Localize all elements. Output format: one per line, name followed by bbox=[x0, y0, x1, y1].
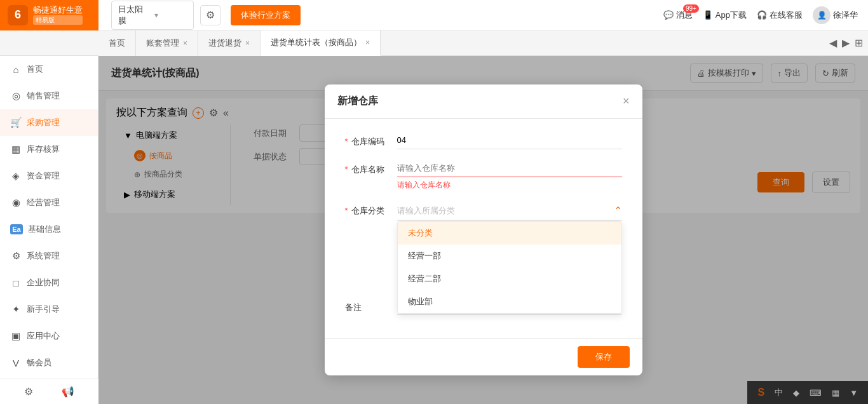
name-input[interactable] bbox=[397, 159, 622, 177]
home-icon: ⌂ bbox=[10, 64, 22, 75]
tab-purchase-stats[interactable]: 进货单统计表（按商品） × bbox=[261, 30, 381, 56]
basic-icon: Ea bbox=[10, 224, 23, 234]
sidebar-settings-icon[interactable]: ⚙ bbox=[24, 386, 33, 398]
sidebar-item-system[interactable]: ⚙ 系统管理 bbox=[0, 243, 98, 269]
sidebar-item-member[interactable]: V 畅会员 bbox=[0, 349, 98, 376]
sidebar-item-purchase[interactable]: 🛒 采购管理 bbox=[0, 109, 98, 136]
category-up-arrow: ⌃ bbox=[614, 205, 622, 217]
tab-purchase-stats-close[interactable]: × bbox=[365, 38, 370, 47]
enterprise-icon: □ bbox=[10, 277, 22, 288]
dropdown-item-unclassified[interactable]: 未分类 bbox=[398, 222, 621, 245]
store-selector[interactable]: 日太阳膜 ▾ bbox=[111, 1, 194, 30]
sidebar-item-apps-label: 应用中心 bbox=[27, 330, 60, 342]
sidebar-item-inventory-label: 库存核算 bbox=[27, 144, 60, 155]
online-service-btn[interactable]: 🎧 在线客服 bbox=[757, 10, 803, 21]
member-icon: V bbox=[10, 357, 22, 368]
tab-accounts-close[interactable]: × bbox=[183, 39, 187, 48]
logo-area: 6 畅捷通好生意 精易版 bbox=[0, 0, 98, 30]
dialog-header: 新增仓库 × bbox=[325, 84, 642, 119]
sales-icon: ◎ bbox=[10, 90, 22, 102]
tab-expand-icon[interactable]: ⊞ bbox=[855, 37, 863, 49]
finance-icon: ◈ bbox=[10, 170, 22, 182]
code-field bbox=[397, 131, 622, 149]
user-profile-btn[interactable]: 👤 徐泽华 bbox=[813, 6, 858, 24]
sidebar-speaker-icon[interactable]: 📢 bbox=[62, 386, 74, 398]
sidebar-bottom-bar: ⚙ 📢 bbox=[0, 379, 98, 404]
top-header: 6 畅捷通好生意 精易版 日太阳膜 ▾ ⚙ 体验行业方案 💬 消息 99+ 📱 … bbox=[0, 0, 868, 30]
dropdown-item-ops1[interactable]: 经营一部 bbox=[398, 245, 621, 267]
tab-prev-icon[interactable]: ◀ bbox=[829, 37, 837, 49]
category-selector[interactable]: 请输入所属分类 ⌃ bbox=[397, 201, 622, 221]
operations-icon: ◉ bbox=[10, 197, 22, 208]
dialog-overlay: 新增仓库 × * 仓库编码 bbox=[98, 56, 868, 404]
category-field: 请输入所属分类 ⌃ 未分类 经营一部 bbox=[397, 201, 622, 221]
purchase-icon: 🛒 bbox=[10, 117, 22, 128]
store-name: 日太阳膜 bbox=[118, 4, 151, 27]
tab-next-icon[interactable]: ▶ bbox=[842, 37, 850, 49]
category-dropdown: 未分类 经营一部 经营二部 物业部 bbox=[397, 221, 622, 314]
sidebar-item-sales-label: 销售管理 bbox=[27, 90, 60, 102]
sidebar-item-guide[interactable]: ✦ 新手引导 bbox=[0, 296, 98, 323]
required-star-name: * bbox=[345, 165, 348, 174]
username: 徐泽华 bbox=[833, 10, 858, 21]
app-label: App下载 bbox=[715, 10, 747, 21]
app-icon: 📱 bbox=[703, 10, 713, 20]
sidebar-item-purchase-label: 采购管理 bbox=[27, 117, 60, 128]
sidebar-item-home-label: 首页 bbox=[27, 64, 43, 75]
sidebar-item-finance[interactable]: ◈ 资金管理 bbox=[0, 163, 98, 189]
dialog-footer: 保存 bbox=[325, 338, 642, 375]
gear-button[interactable]: ⚙ bbox=[200, 5, 220, 25]
sidebar: ⌂ 首页 ◎ 销售管理 🛒 采购管理 ▦ 库存核算 ◈ 资金管理 ◉ 经营管理 … bbox=[0, 56, 98, 404]
sidebar-item-enterprise[interactable]: □ 企业协同 bbox=[0, 269, 98, 296]
content-area: 进货单统计(按商品) 🖨 按模板打印 ▾ ↑ 导出 ↻ 刷新 bbox=[98, 56, 868, 404]
tab-home[interactable]: 首页 bbox=[98, 30, 136, 56]
name-field: 请输入仓库名称 bbox=[397, 159, 622, 191]
sidebar-item-system-label: 系统管理 bbox=[27, 250, 60, 262]
tab-purchase-return[interactable]: 进货退货 × bbox=[198, 30, 261, 56]
logo-icon: 6 bbox=[8, 5, 28, 25]
message-icon: 💬 bbox=[663, 10, 674, 20]
dialog-title: 新增仓库 bbox=[337, 95, 378, 108]
sidebar-item-operations[interactable]: ◉ 经营管理 bbox=[0, 189, 98, 216]
main-layout: ⌂ 首页 ◎ 销售管理 🛒 采购管理 ▦ 库存核算 ◈ 资金管理 ◉ 经营管理 … bbox=[0, 56, 868, 404]
tab-purchase-return-label: 进货退货 bbox=[208, 37, 241, 49]
tab-purchase-return-close[interactable]: × bbox=[245, 39, 250, 48]
dialog-body: * 仓库编码 * 仓库名称 bbox=[325, 119, 642, 338]
new-warehouse-dialog: 新增仓库 × * 仓库编码 bbox=[325, 84, 642, 375]
sidebar-item-apps[interactable]: ▣ 应用中心 bbox=[0, 323, 98, 349]
inventory-icon: ▦ bbox=[10, 144, 22, 155]
name-label: * 仓库名称 bbox=[345, 159, 390, 175]
dialog-close-button[interactable]: × bbox=[623, 95, 630, 108]
sidebar-item-home[interactable]: ⌂ 首页 bbox=[0, 56, 98, 83]
trial-button[interactable]: 体验行业方案 bbox=[231, 5, 301, 25]
tab-accounts[interactable]: 账套管理 × bbox=[136, 30, 198, 56]
code-label: * 仓库编码 bbox=[345, 131, 390, 147]
code-input[interactable] bbox=[397, 131, 622, 149]
sidebar-item-basic-label: 基础信息 bbox=[28, 224, 61, 235]
headset-icon: 🎧 bbox=[757, 10, 767, 20]
sidebar-item-operations-label: 经营管理 bbox=[27, 197, 60, 208]
message-badge: 99+ bbox=[683, 4, 699, 13]
logo-badge: 精易版 bbox=[33, 15, 83, 25]
sidebar-item-guide-label: 新手引导 bbox=[27, 304, 60, 315]
dropdown-item-property[interactable]: 物业部 bbox=[398, 290, 621, 313]
app-download-btn[interactable]: 📱 App下载 bbox=[703, 10, 747, 21]
sidebar-item-inventory[interactable]: ▦ 库存核算 bbox=[0, 136, 98, 163]
apps-icon: ▣ bbox=[10, 330, 22, 342]
form-row-code: * 仓库编码 bbox=[345, 131, 622, 149]
sidebar-item-finance-label: 资金管理 bbox=[27, 170, 60, 182]
name-error-message: 请输入仓库名称 bbox=[397, 180, 622, 191]
messages-btn[interactable]: 💬 消息 99+ bbox=[663, 10, 693, 21]
sidebar-item-member-label: 畅会员 bbox=[27, 357, 51, 368]
form-row-category: * 仓库分类 请输入所属分类 ⌃ 未分类 bbox=[345, 201, 622, 221]
tab-bar: 首页 账套管理 × 进货退货 × 进货单统计表（按商品） × ◀ ▶ ⊞ bbox=[0, 30, 868, 56]
save-button[interactable]: 保存 bbox=[578, 346, 630, 368]
sidebar-item-basic[interactable]: Ea 基础信息 bbox=[0, 216, 98, 243]
logo-name: 畅捷通好生意 bbox=[33, 5, 83, 16]
sidebar-item-sales[interactable]: ◎ 销售管理 bbox=[0, 83, 98, 109]
dropdown-item-ops2[interactable]: 经营二部 bbox=[398, 267, 621, 290]
category-label: * 仓库分类 bbox=[345, 201, 390, 217]
sidebar-item-enterprise-label: 企业协同 bbox=[27, 277, 60, 288]
tab-purchase-stats-label: 进货单统计表（按商品） bbox=[271, 37, 362, 48]
guide-icon: ✦ bbox=[10, 304, 22, 315]
